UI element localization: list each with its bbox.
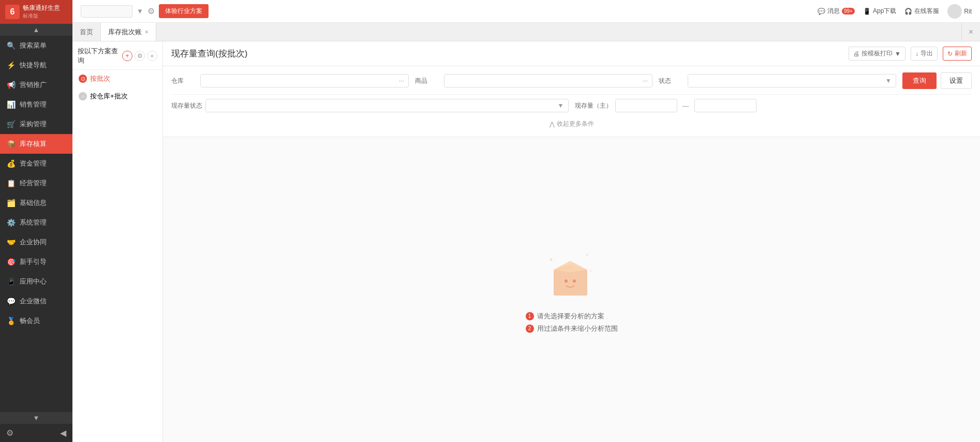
search-input[interactable] [81,5,132,18]
settings-button[interactable]: 设置 [941,72,972,89]
add-scheme-button[interactable]: + [122,51,132,61]
main-quantity-filter: 现存量（主） — [575,99,972,112]
status-filter: 状态 ▼ [659,74,896,87]
messages-button[interactable]: 💬 消息 99+ [818,7,855,16]
apps-icon: 📱 [6,277,16,286]
main-quantity-from-input[interactable] [615,99,677,112]
sidebar-item-apps[interactable]: 📱 应用中心 [0,272,72,291]
query-button[interactable]: 查询 [902,72,937,89]
sidebar-item-finance[interactable]: 💰 资金管理 [0,154,72,173]
sidebar-item-shortcut[interactable]: ⚡ 快捷导航 [0,55,72,75]
refresh-button[interactable]: ↻ 刷新 [943,47,972,61]
empty-tips: 1 请先选择要分析的方案 2 用过滤条件来缩小分析范围 [526,312,618,333]
sidebar-footer: ⚙ ◀ [0,424,72,442]
warehouse-input-wrapper: ··· [200,74,409,87]
tab-inventory-batch[interactable]: 库存批次账 × [101,23,156,41]
sidebar-item-label: 营销推广 [20,80,47,90]
warehouse-input[interactable] [201,75,395,87]
topbar: ▼ ⚙ 体验行业方案 💬 消息 99+ 📱 App下载 🎧 在线客服 Rit [72,0,980,23]
sidebar-item-label: 企业协同 [20,238,47,247]
sidebar-item-enterprise[interactable]: 🤝 企业协同 [0,232,72,252]
scheme-active-icon: ⊙ [79,75,87,83]
right-content: 现存量查询(按批次) 🖨 按模板打印 ▼ ↓ 导出 ↻ 刷新 [163,41,980,442]
sidebar-item-sales[interactable]: 📊 销售管理 [0,95,72,114]
sidebar-item-label: 新手引导 [20,257,47,267]
messages-label: 消息 [827,7,840,16]
sales-icon: 📊 [6,100,16,109]
sidebar: 6 畅康通好生意 标准版 ▲ 🔍 搜索菜单 ⚡ 快捷导航 📢 营销推广 📊 销售… [0,0,72,442]
print-button[interactable]: 🖨 按模板打印 ▼ [849,47,905,61]
main-quantity-to-input[interactable] [694,99,756,112]
tab-close-icon[interactable]: × [145,28,149,36]
filter-row-2: 现存量状态 ▼ 现存量（主） — [171,99,972,112]
left-panel: 按以下方案查询 + ⚙ « ⊙ 按批次 ○ 按仓库+批次 [72,41,163,442]
sidebar-item-label: 资金管理 [20,159,47,168]
svg-text:✦: ✦ [548,256,554,263]
inventory-status-filter: 现存量状态 ▼ [171,99,569,112]
empty-state: ✦ ✦ ✦ 1 请先选择要分析的方案 2 用过滤条件来缩小分析范围 [526,246,618,333]
app-download-button[interactable]: 📱 App下载 [863,7,896,16]
collapse-panel-button[interactable]: « [147,51,157,61]
filter-actions: 查询 设置 [902,72,972,89]
status-input-wrapper: ▼ [688,74,896,87]
gear-icon[interactable]: ⚙ [147,6,155,16]
sidebar-item-inventory[interactable]: 📦 库存核算 [0,134,72,154]
collapse-sidebar-icon[interactable]: ◀ [60,428,66,438]
sidebar-item-basic[interactable]: 🗂️ 基础信息 [0,193,72,213]
inventory-status-input-wrapper: ▼ [205,99,569,112]
sidebar-item-search[interactable]: 🔍 搜索菜单 [0,36,72,55]
sidebar-item-system[interactable]: ⚙️ 系统管理 [0,213,72,232]
main-quantity-label: 现存量（主） [575,101,612,110]
tabbar-close-button[interactable]: × [961,23,980,41]
tabbar: 首页 库存批次账 × × [72,23,980,41]
tab-active-label: 库存批次账 [108,27,142,37]
search-icon: 🔍 [6,41,16,50]
messages-badge: 99+ [842,8,855,14]
tip-1-number: 1 [526,312,534,320]
sidebar-item-marketing[interactable]: 📢 营销推广 [0,75,72,95]
product-filter: 商品 ··· [415,74,652,87]
sidebar-item-purchase[interactable]: 🛒 采购管理 [0,114,72,134]
topbar-right: 💬 消息 99+ 📱 App下载 🎧 在线客服 Rit [818,4,972,19]
export-button[interactable]: ↓ 导出 [911,47,938,61]
online-service-button[interactable]: 🎧 在线客服 [904,7,939,16]
avatar [947,4,962,19]
sidebar-scroll-up[interactable]: ▲ [0,24,72,36]
user-area[interactable]: Rit [947,4,972,19]
left-panel-actions: + ⚙ « [122,51,157,61]
filter-row-1: 仓库 ··· 商品 ··· 状态 [171,72,972,89]
scheme-settings-button[interactable]: ⚙ [135,51,145,61]
sidebar-item-operation[interactable]: 📋 经营管理 [0,173,72,193]
app-download-label: App下载 [873,7,896,16]
sidebar-item-wechat[interactable]: 💬 企业微信 [0,291,72,311]
inventory-status-dropdown-icon[interactable]: ▼ [554,99,568,112]
trial-button[interactable]: 体验行业方案 [159,4,209,18]
refresh-icon: ↻ [947,50,953,57]
print-dropdown-icon[interactable]: ▼ [895,50,901,57]
product-more-icon[interactable]: ··· [639,75,652,87]
tip-2-text: 用过滤条件来缩小分析范围 [537,324,618,333]
inventory-status-input[interactable] [206,99,554,112]
status-dropdown-icon[interactable]: ▼ [881,75,896,87]
scheme-item-warehouse-batch[interactable]: ○ 按仓库+批次 [72,87,162,105]
product-input[interactable] [444,75,639,87]
left-panel-title: 按以下方案查询 [78,47,122,65]
svg-rect-0 [554,270,587,296]
dropdown-icon[interactable]: ▼ [137,7,143,15]
sidebar-scroll-down[interactable]: ▼ [0,412,72,424]
status-input[interactable] [688,75,881,87]
sidebar-item-member[interactable]: 🏅 畅会员 [0,311,72,331]
empty-tip-1: 1 请先选择要分析的方案 [526,312,618,321]
sidebar-item-newbie[interactable]: 🎯 新手引导 [0,252,72,272]
collapse-conditions-button[interactable]: ⋀ 收起更多条件 [171,117,972,130]
content-body: 按以下方案查询 + ⚙ « ⊙ 按批次 ○ 按仓库+批次 现存量查询(按批次) [72,41,980,442]
scheme-item-batch[interactable]: ⊙ 按批次 [72,70,162,87]
settings-icon[interactable]: ⚙ [6,428,13,438]
basic-icon: 🗂️ [6,198,16,208]
sidebar-item-label: 搜索菜单 [20,41,47,50]
empty-illustration: ✦ ✦ ✦ [543,246,600,303]
tab-home[interactable]: 首页 [72,23,101,41]
export-icon: ↓ [915,50,918,57]
warehouse-more-icon[interactable]: ··· [395,75,408,87]
topbar-left: ▼ ⚙ 体验行业方案 [81,4,209,18]
